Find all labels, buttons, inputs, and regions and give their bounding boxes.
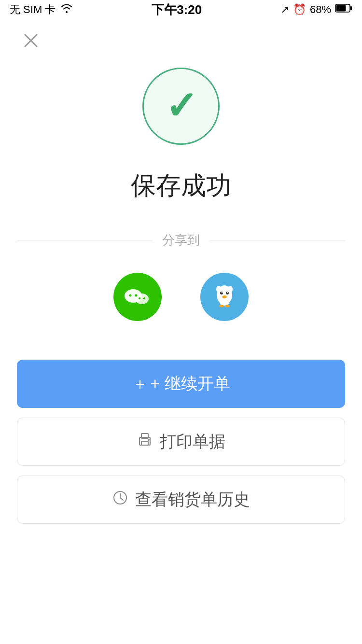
svg-rect-1 xyxy=(350,6,352,10)
plus-icon: ＋ xyxy=(132,373,148,395)
share-icons xyxy=(113,273,249,321)
battery-icon xyxy=(335,3,352,16)
svg-point-25 xyxy=(148,439,150,441)
clock-icon xyxy=(112,490,128,510)
close-icon xyxy=(23,33,39,48)
divider-right xyxy=(209,240,345,240)
close-button[interactable] xyxy=(19,29,42,52)
history-button[interactable]: 查看销货单历史 xyxy=(17,476,345,524)
svg-rect-24 xyxy=(141,441,148,445)
svg-point-9 xyxy=(139,297,140,299)
svg-point-8 xyxy=(135,294,138,297)
status-time: 下午3:20 xyxy=(152,1,202,18)
svg-point-20 xyxy=(216,286,221,293)
qq-share-button[interactable] xyxy=(200,273,249,321)
svg-point-10 xyxy=(143,297,145,299)
svg-point-7 xyxy=(129,294,132,297)
wechat-share-button[interactable] xyxy=(113,273,162,321)
continue-button[interactable]: ＋ + 继续开单 xyxy=(17,360,345,408)
print-button[interactable]: 打印单据 xyxy=(17,418,345,466)
svg-point-16 xyxy=(222,295,227,298)
status-left: 无 SIM 卡 xyxy=(10,2,73,17)
qq-icon xyxy=(210,282,239,311)
wifi-icon xyxy=(60,3,73,16)
printer-icon xyxy=(137,432,153,452)
svg-point-12 xyxy=(220,292,223,294)
share-divider: 分享到 xyxy=(17,232,345,249)
wechat-icon xyxy=(124,285,152,308)
svg-line-28 xyxy=(120,498,123,500)
action-buttons: ＋ + 继续开单 打印单据 xyxy=(17,360,345,524)
success-circle: ✓ xyxy=(142,68,220,145)
location-icon: ↗ xyxy=(280,3,289,16)
svg-rect-2 xyxy=(336,5,346,12)
svg-point-15 xyxy=(227,292,228,293)
share-label: 分享到 xyxy=(162,232,200,249)
svg-point-19 xyxy=(225,305,230,308)
svg-point-21 xyxy=(228,286,233,293)
alarm-icon: ⏰ xyxy=(293,3,306,16)
print-label: 打印单据 xyxy=(160,431,225,453)
status-right: ↗ ⏰ 68% xyxy=(280,3,352,16)
history-label: 查看销货单历史 xyxy=(135,489,250,511)
success-title: 保存成功 xyxy=(131,169,231,203)
status-bar: 无 SIM 卡 下午3:20 ↗ ⏰ 68% xyxy=(0,0,362,19)
continue-label: + 继续开单 xyxy=(150,373,230,395)
svg-point-14 xyxy=(222,292,223,293)
svg-point-18 xyxy=(219,305,224,308)
checkmark-icon: ✓ xyxy=(165,87,197,126)
no-sim-text: 无 SIM 卡 xyxy=(10,2,56,17)
svg-point-13 xyxy=(226,292,229,294)
divider-left xyxy=(17,240,153,240)
svg-point-17 xyxy=(220,300,229,306)
battery-percent: 68% xyxy=(310,3,331,16)
main-content: ✓ 保存成功 分享到 xyxy=(0,19,362,524)
